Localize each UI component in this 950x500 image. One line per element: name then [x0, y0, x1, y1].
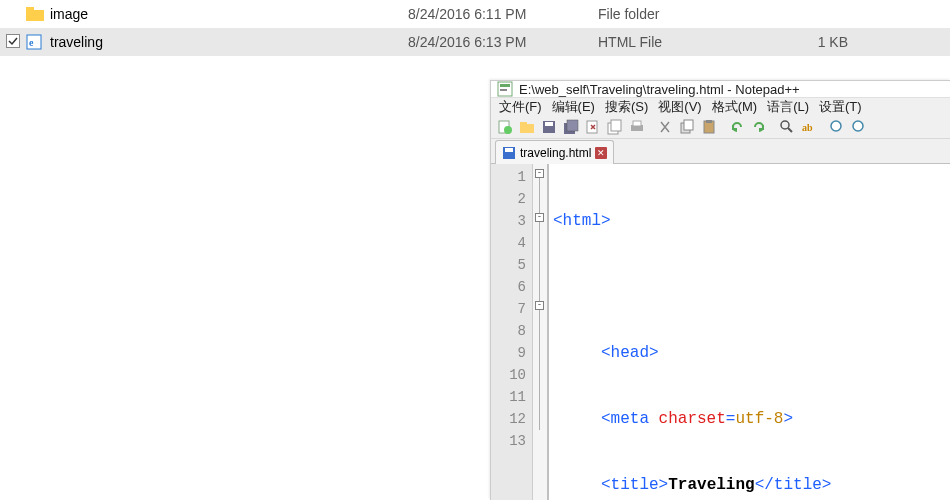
undo-icon[interactable]: [727, 116, 747, 138]
svg-rect-31: [505, 148, 513, 152]
menu-settings[interactable]: 设置(T): [817, 98, 864, 116]
close-all-icon[interactable]: [605, 116, 625, 138]
html-file-icon: e: [26, 34, 48, 50]
menu-file[interactable]: 文件(F): [497, 98, 544, 116]
code-area[interactable]: 1234567 8910111213 - - - <html> <head> <…: [491, 164, 950, 500]
cut-icon[interactable]: [655, 116, 675, 138]
fold-box-icon[interactable]: -: [535, 169, 544, 178]
redo-icon[interactable]: [749, 116, 769, 138]
svg-rect-1: [26, 7, 34, 12]
zoom-in-icon[interactable]: [827, 116, 847, 138]
file-row[interactable]: image 8/24/2016 6:11 PM File folder: [0, 0, 950, 28]
svg-text:e: e: [29, 37, 34, 48]
tab-close-icon[interactable]: ✕: [595, 147, 607, 159]
fold-box-icon[interactable]: -: [535, 301, 544, 310]
file-name: traveling: [48, 34, 408, 50]
print-icon[interactable]: [627, 116, 647, 138]
svg-rect-20: [633, 121, 641, 126]
file-row[interactable]: e traveling 8/24/2016 6:13 PM HTML File …: [0, 28, 950, 56]
window-title: E:\web_self\Traveling\traveling.html - N…: [519, 82, 800, 97]
code-text[interactable]: <html> <head> <meta charset=utf-8> <titl…: [549, 164, 950, 500]
save-icon[interactable]: [539, 116, 559, 138]
tab-label: traveling.html: [520, 146, 591, 160]
menu-format[interactable]: 格式(M): [710, 98, 760, 116]
file-explorer-list: image 8/24/2016 6:11 PM File folder e tr…: [0, 0, 950, 56]
fold-box-icon[interactable]: -: [535, 213, 544, 222]
svg-text:ab: ab: [802, 122, 813, 133]
file-name: image: [48, 6, 408, 22]
svg-line-26: [788, 128, 792, 132]
svg-rect-13: [545, 122, 553, 126]
svg-rect-24: [706, 120, 712, 123]
zoom-out-icon[interactable]: [849, 116, 869, 138]
tab-strip: traveling.html ✕: [491, 139, 950, 164]
svg-point-9: [504, 126, 512, 134]
menu-lang[interactable]: 语言(L): [765, 98, 811, 116]
svg-rect-22: [684, 120, 693, 130]
fold-column[interactable]: - - -: [533, 164, 549, 500]
file-date: 8/24/2016 6:11 PM: [408, 6, 598, 22]
document-tab[interactable]: traveling.html ✕: [495, 140, 614, 164]
svg-rect-15: [567, 120, 578, 131]
svg-rect-7: [500, 89, 507, 91]
menu-edit[interactable]: 编辑(E): [550, 98, 597, 116]
menu-view[interactable]: 视图(V): [656, 98, 703, 116]
svg-rect-6: [500, 84, 510, 87]
find-icon[interactable]: [777, 116, 797, 138]
row-checkbox[interactable]: [6, 34, 26, 51]
svg-point-29: [853, 121, 863, 131]
new-file-icon[interactable]: [495, 116, 515, 138]
file-type: HTML File: [598, 34, 778, 50]
file-date: 8/24/2016 6:13 PM: [408, 34, 598, 50]
svg-rect-11: [520, 122, 527, 126]
open-file-icon[interactable]: [517, 116, 537, 138]
window-titlebar[interactable]: E:\web_self\Traveling\traveling.html - N…: [491, 81, 950, 98]
menu-search[interactable]: 搜索(S): [603, 98, 650, 116]
close-icon[interactable]: [583, 116, 603, 138]
toolbar: ab: [491, 116, 950, 139]
svg-rect-2: [7, 34, 20, 47]
svg-rect-18: [611, 120, 621, 131]
svg-point-28: [831, 121, 841, 131]
file-size: 1 KB: [778, 34, 878, 50]
menu-bar: 文件(F) 编辑(E) 搜索(S) 视图(V) 格式(M) 语言(L) 设置(T…: [491, 98, 950, 116]
editor-window: E:\web_self\Traveling\traveling.html - N…: [490, 80, 950, 500]
save-all-icon[interactable]: [561, 116, 581, 138]
app-icon: [497, 81, 513, 97]
folder-icon: [26, 7, 48, 21]
svg-point-25: [781, 121, 789, 129]
save-state-icon: [502, 146, 516, 160]
copy-icon[interactable]: [677, 116, 697, 138]
file-type: File folder: [598, 6, 778, 22]
replace-icon[interactable]: ab: [799, 116, 819, 138]
paste-icon[interactable]: [699, 116, 719, 138]
line-number-gutter: 1234567 8910111213: [491, 164, 533, 500]
